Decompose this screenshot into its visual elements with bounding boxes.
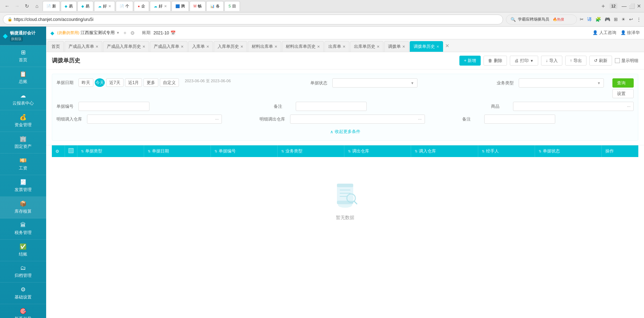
- status-dropdown[interactable]: ▼: [332, 78, 417, 88]
- settings-btn[interactable]: ⚙: [130, 30, 135, 36]
- tab-bar-close[interactable]: ✕: [445, 43, 449, 49]
- date-7days[interactable]: 近7天: [106, 78, 124, 87]
- th-settings[interactable]: ⚙: [52, 145, 65, 157]
- browser-tab-8[interactable]: 🟦腾: [171, 1, 189, 11]
- tab-mat-out-hist[interactable]: 材料出库单历史 ✕: [282, 41, 324, 52]
- tab-transfer-hist-close[interactable]: ✕: [436, 45, 439, 49]
- tab-prod-in-2-close[interactable]: ✕: [181, 45, 184, 49]
- tab-transfer[interactable]: 调拨单 ✕: [384, 41, 409, 52]
- th-biz-type[interactable]: ⇅ 业务类型: [278, 145, 344, 157]
- browser-tab-1[interactable]: 📄新: [43, 1, 60, 11]
- browser-tab-6[interactable]: ●企: [134, 1, 149, 11]
- remark-input[interactable]: [296, 102, 367, 111]
- browser-tab-11[interactable]: S目: [224, 1, 240, 11]
- browser-tab-10[interactable]: 📊各: [206, 1, 224, 11]
- th-status[interactable]: ⇅ 单据状态: [535, 145, 601, 157]
- browser-forward[interactable]: →: [13, 2, 21, 10]
- browser-refresh[interactable]: ↻: [23, 2, 31, 10]
- close-btn[interactable]: ✕: [637, 3, 641, 9]
- tab-in[interactable]: 入库单 ✕: [188, 41, 213, 52]
- tab-prod-in[interactable]: 产成品入库单 ✕: [65, 41, 102, 52]
- remark2-input[interactable]: [484, 115, 555, 124]
- tab-transfer-close[interactable]: ✕: [402, 45, 405, 49]
- new-tab-btn[interactable]: ＋: [598, 2, 608, 10]
- tab-mat-out-close[interactable]: ✕: [274, 45, 277, 49]
- extensions-icon[interactable]: 🧩: [595, 17, 601, 22]
- sidebar-item-inventory[interactable]: 📦 库存核算: [0, 197, 46, 218]
- display-switch[interactable]: 显示明细: [615, 58, 638, 64]
- browser-tab-4[interactable]: ☁好✕: [94, 1, 115, 11]
- sidebar-item-wages[interactable]: 💴 工资: [0, 154, 46, 175]
- browser-tab-5[interactable]: 📄个: [116, 1, 133, 11]
- browser-tab-7[interactable]: ☁好✕: [150, 1, 171, 11]
- minimize-btn[interactable]: —: [622, 3, 627, 9]
- date-1month[interactable]: 近1月: [125, 78, 142, 87]
- sidebar-item-settings[interactable]: ⚙ 基础设置: [0, 283, 46, 304]
- sidebar-item-archive[interactable]: 🗂 归档管理: [0, 261, 46, 283]
- sidebar-item-report[interactable]: ☁ 云报表中心: [0, 89, 46, 110]
- date-yesterday[interactable]: 昨天: [78, 78, 93, 87]
- maximize-btn[interactable]: ⬜: [629, 3, 635, 9]
- th-checkbox[interactable]: [65, 145, 77, 157]
- th-doc-type[interactable]: ⇅ 单据类型: [77, 145, 144, 157]
- browser-tab-2[interactable]: ◆易: [61, 1, 77, 11]
- add-btn[interactable]: + 新增: [459, 56, 481, 66]
- date-custom[interactable]: 自定义: [160, 78, 179, 87]
- date-today[interactable]: 今天: [95, 78, 105, 87]
- doc-no-input[interactable]: [78, 102, 149, 111]
- sidebar-item-invoice[interactable]: 🧾 发票管理: [0, 175, 46, 197]
- tab-out[interactable]: 出库单 ✕: [324, 41, 349, 52]
- tab-transfer-hist[interactable]: 调拨单历史 ✕: [410, 41, 443, 52]
- import-btn[interactable]: ↓ 导入: [541, 56, 562, 66]
- print-btn[interactable]: 🖨 打印 ▼: [510, 56, 538, 66]
- browser-tab-3[interactable]: ◆易: [77, 1, 93, 11]
- query-btn[interactable]: 查询: [612, 78, 634, 88]
- period-value[interactable]: 2021-10 📅: [153, 30, 176, 35]
- refresh-btn[interactable]: ↺ 刷新: [589, 56, 612, 66]
- user-btn[interactable]: 👤 徐泽华: [621, 30, 640, 36]
- browser-home[interactable]: ⌂: [33, 2, 41, 10]
- tab-home[interactable]: 首页: [48, 41, 64, 52]
- tab-in-hist[interactable]: 入库单历史 ✕: [214, 41, 247, 52]
- table-checkbox[interactable]: [69, 148, 73, 153]
- sidebar-item-close[interactable]: ✅ 结账: [0, 240, 46, 261]
- tab-in-close[interactable]: ✕: [206, 45, 209, 49]
- collapse-btn[interactable]: ∧ 收起更多条件: [56, 127, 634, 136]
- tab-prod-in-2[interactable]: 产成品入库单 ✕: [150, 41, 187, 52]
- add-company-btn[interactable]: ＋: [122, 30, 127, 36]
- browser-tab-9[interactable]: M畅: [190, 1, 206, 11]
- goods-selector[interactable]: ···: [513, 102, 634, 111]
- tab-out-hist-close[interactable]: ✕: [377, 45, 380, 49]
- export-btn[interactable]: ↑ 导出: [565, 56, 586, 66]
- consult-btn[interactable]: 👤 人工咨询: [593, 30, 616, 36]
- sidebar-item-assets[interactable]: 🏢 固定资产: [0, 132, 46, 154]
- th-out-warehouse[interactable]: ⇅ 调出仓库: [344, 145, 411, 157]
- th-handler[interactable]: ⇅ 经手人: [478, 145, 535, 157]
- grid-icon[interactable]: ⊞: [614, 17, 618, 22]
- company-selector[interactable]: (勿删勿禁用) 江西服宝测试专用 ▼: [57, 30, 120, 36]
- display-checkbox[interactable]: [615, 58, 620, 63]
- sun-icon[interactable]: ☀: [621, 17, 626, 22]
- browser-back[interactable]: ←: [3, 2, 11, 10]
- tab-out-hist[interactable]: 出库单历史 ✕: [350, 41, 383, 52]
- th-in-warehouse[interactable]: ⇅ 调入仓库: [411, 145, 478, 157]
- table-settings-icon[interactable]: ⚙: [55, 149, 59, 154]
- sidebar-item-tax[interactable]: 🏛 税务管理: [0, 218, 46, 240]
- tab-mat-out[interactable]: 材料出库单 ✕: [248, 41, 281, 52]
- tab-prod-in-hist[interactable]: 产成品入库单历史 ✕: [103, 41, 149, 52]
- sidebar-item-ledger[interactable]: 📋 总账: [0, 67, 46, 89]
- th-doc-no[interactable]: ⇅ 单据编号: [211, 145, 277, 157]
- th-doc-date[interactable]: ⇅ 单据日期: [144, 145, 211, 157]
- browser-search[interactable]: 🔍 学霸应聘场驱鸟员 🔥热搜: [506, 15, 577, 24]
- translate-icon[interactable]: 译: [587, 16, 592, 23]
- tab-prod-in-hist-close[interactable]: ✕: [142, 45, 145, 49]
- date-more[interactable]: 更多: [143, 78, 158, 87]
- sidebar-item-funds[interactable]: 💰 资金管理: [0, 110, 46, 132]
- biz-type-dropdown[interactable]: ▼: [519, 78, 604, 88]
- tab-prod-in-close[interactable]: ✕: [95, 45, 98, 49]
- undo-icon[interactable]: ↩: [629, 17, 633, 22]
- tab-out-close[interactable]: ✕: [343, 45, 345, 49]
- address-bar[interactable]: 🔒 https://cloud.chanjet.com/accounting/u…: [3, 15, 503, 24]
- tab-mat-out-hist-close[interactable]: ✕: [317, 45, 320, 49]
- detail-in-selector[interactable]: ···: [87, 115, 222, 124]
